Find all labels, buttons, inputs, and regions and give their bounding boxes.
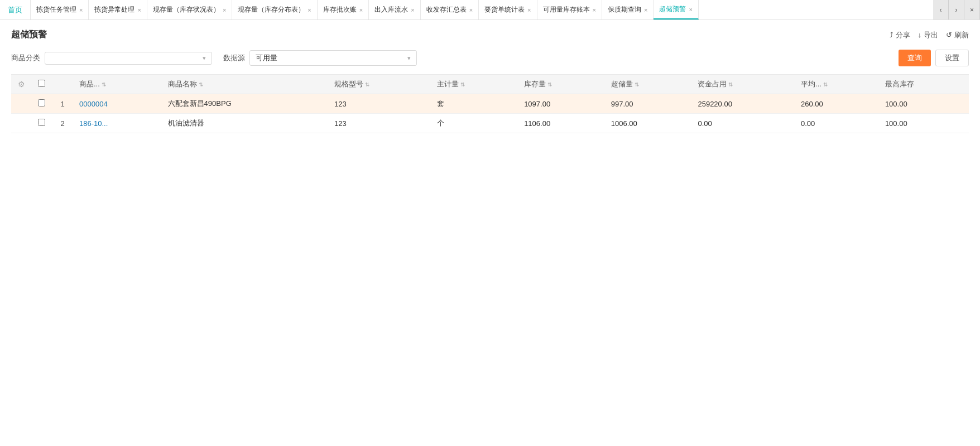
tab-jianhuoyichangchuli[interactable]: 拣货异常处理 × (89, 0, 147, 20)
filter-product-category: 商品分类 ▾ (11, 52, 212, 65)
row-max-stock: 100.00 (880, 94, 969, 114)
sort-icon: ⇅ (547, 81, 552, 88)
product-category-select[interactable]: ▾ (45, 52, 212, 65)
tab-close-icon[interactable]: × (223, 7, 226, 13)
col-header-check (31, 75, 51, 94)
col-header-stock[interactable]: 库存量⇅ (518, 75, 606, 94)
tab-label: 出入库流水 (374, 5, 408, 14)
tab-label: 保质期查询 (608, 5, 641, 14)
col-header-over-stock[interactable]: 超储量⇅ (606, 75, 693, 94)
row-spec: 123 (329, 94, 432, 114)
tab-close-icon[interactable]: × (137, 7, 141, 13)
sort-icon: ⇅ (823, 81, 828, 88)
page-title: 超储预警 (11, 29, 47, 41)
tab-baozhi[interactable]: 保质期查询 × (602, 0, 654, 20)
gear-icon[interactable]: ⚙ (18, 80, 25, 89)
export-button[interactable]: ↓ 导出 (918, 30, 939, 40)
tab-label: 超储预警 (659, 4, 686, 14)
tab-jianhuorenwuguanli[interactable]: 拣货任务管理 × (31, 0, 89, 20)
row-product-name: 六配套新昌490BPG (162, 94, 329, 114)
sort-icon: ⇅ (199, 81, 203, 88)
row-capital: 259220.00 (692, 94, 795, 114)
sort-icon: ⇅ (635, 81, 639, 88)
data-source-select[interactable]: 可用量 ▾ (249, 50, 417, 66)
nav-home[interactable]: 首页 (0, 0, 31, 20)
header-actions: ⤴ 分享 ↓ 导出 ↺ 刷新 (890, 30, 969, 40)
sort-icon: ⇅ (102, 81, 106, 88)
row-over-stock: 997.00 (606, 94, 693, 114)
tab-close-icon[interactable]: × (527, 7, 531, 13)
col-header-capital[interactable]: 资金占用⇅ (692, 75, 795, 94)
tab-close-icon[interactable]: × (644, 7, 647, 13)
col-header-max-stock[interactable]: 最高库存 (880, 75, 969, 94)
tab-label: 现存量（库存分布表） (238, 5, 305, 14)
row-check-cell (31, 94, 51, 114)
row-capital: 0.00 (692, 114, 795, 133)
tab-churukuliushui[interactable]: 出入库流水 × (369, 0, 420, 20)
tab-close-icon[interactable]: × (308, 7, 311, 13)
row-max-stock: 100.00 (880, 114, 969, 133)
tab-close-icon[interactable]: × (79, 7, 83, 13)
settings-button[interactable]: 设置 (935, 50, 969, 66)
filter-actions: 查询 设置 (899, 50, 969, 66)
col-header-product-name[interactable]: 商品名称⇅ (162, 75, 329, 94)
data-table: ⚙ 商品...⇅ 商品名称⇅ 规格型号⇅ 主计量⇅ (11, 74, 969, 133)
col-header-gear[interactable]: ⚙ (11, 75, 31, 94)
col-header-product-code[interactable]: 商品...⇅ (74, 75, 162, 94)
product-category-label: 商品分类 (11, 53, 40, 63)
tab-label: 要货单统计表 (484, 5, 525, 14)
row-checkbox[interactable] (38, 99, 45, 106)
tab-xiancunliang2[interactable]: 现存量（库存分布表） × (232, 0, 317, 20)
nav-next-button[interactable]: › (949, 0, 964, 20)
nav-prev-button[interactable]: ‹ (933, 0, 949, 20)
tab-close-icon[interactable]: × (689, 6, 692, 13)
share-button[interactable]: ⤴ 分享 (890, 30, 910, 40)
col-header-unit[interactable]: 主计量⇅ (431, 75, 518, 94)
table-row: 1 0000004 六配套新昌490BPG 123 套 1097.00 997.… (11, 94, 969, 114)
row-checkbox[interactable] (38, 119, 45, 126)
row-no: 1 (51, 94, 74, 114)
tab-keyongliang[interactable]: 可用量库存账本 × (537, 0, 602, 20)
table-row: 2 186-10... 机油滤清器 123 个 1106.00 1006.00 … (11, 114, 969, 133)
row-over-stock: 1006.00 (606, 114, 693, 133)
row-product-code: 0000004 (74, 94, 162, 114)
tab-label: 库存批次账 (323, 5, 357, 14)
tab-shoucun[interactable]: 收发存汇总表 × (421, 0, 479, 20)
tab-close-icon[interactable]: × (411, 7, 414, 13)
filter-row: 商品分类 ▾ 数据源 可用量 ▾ 查询 设置 (11, 50, 969, 66)
tab-label: 拣货任务管理 (36, 5, 76, 14)
query-button[interactable]: 查询 (899, 50, 931, 66)
page-header: 超储预警 ⤴ 分享 ↓ 导出 ↺ 刷新 (11, 29, 969, 41)
tab-kucunpicizhang[interactable]: 库存批次账 × (318, 0, 369, 20)
refresh-button[interactable]: ↺ 刷新 (946, 30, 969, 40)
tab-close-icon[interactable]: × (593, 7, 596, 13)
data-source-label: 数据源 (223, 53, 245, 63)
select-all-checkbox[interactable] (38, 80, 45, 87)
sort-icon: ⇅ (728, 81, 733, 88)
row-stock: 1097.00 (518, 94, 606, 114)
row-product-name: 机油滤清器 (162, 114, 329, 133)
row-unit: 个 (431, 114, 518, 133)
export-icon: ↓ (918, 31, 922, 39)
col-header-spec[interactable]: 规格型号⇅ (329, 75, 432, 94)
row-avg: 0.00 (795, 114, 880, 133)
nav-arrows: ‹ › × (933, 0, 980, 20)
tab-label: 可用量库存账本 (543, 5, 590, 14)
tab-chaochuyujing[interactable]: 超储预警 × (654, 0, 698, 20)
share-icon: ⤴ (890, 31, 893, 39)
tab-close-icon[interactable]: × (359, 7, 363, 13)
nav-close-button[interactable]: × (964, 0, 980, 20)
sort-icon: ⇅ (460, 81, 465, 88)
row-gear-cell (11, 94, 31, 114)
tab-yaohuo[interactable]: 要货单统计表 × (479, 0, 537, 20)
tab-close-icon[interactable]: × (469, 7, 473, 13)
row-no: 2 (51, 114, 74, 133)
page-content: 超储预警 ⤴ 分享 ↓ 导出 ↺ 刷新 商品分类 ▾ 数据源 (0, 20, 980, 446)
row-stock: 1106.00 (518, 114, 606, 133)
tab-xiancunliang1[interactable]: 现存量（库存状况表） × (147, 0, 232, 20)
row-product-code: 186-10... (74, 114, 162, 133)
col-header-avg[interactable]: 平均...⇅ (795, 75, 880, 94)
sort-icon: ⇅ (365, 81, 369, 88)
chevron-down-icon: ▾ (407, 55, 411, 62)
col-header-no (51, 75, 74, 94)
